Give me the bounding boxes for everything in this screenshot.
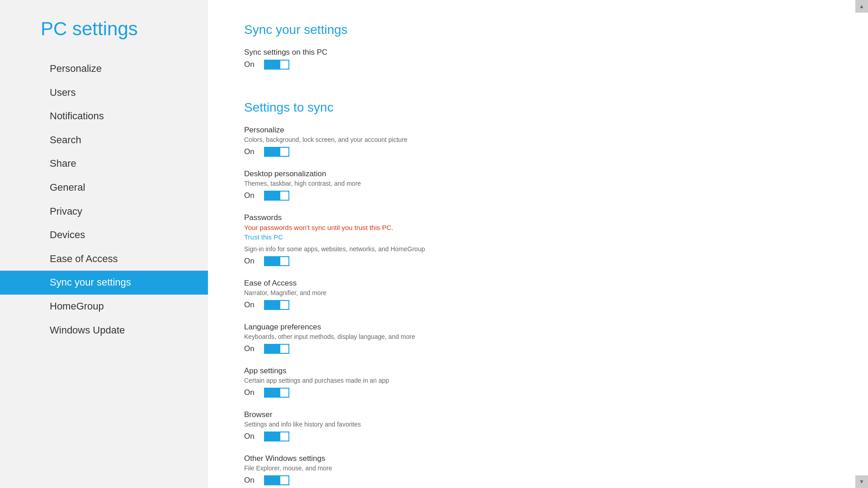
setting-state-browser: On — [244, 432, 258, 441]
nav-item-windows-update[interactable]: Windows Update — [41, 319, 208, 343]
setting-group-app-settings: App settingsCertain app settings and pur… — [244, 366, 832, 398]
setting-desc-ease-of-access: Narrator, Magnifier, and more — [244, 289, 832, 296]
setting-label-ease-of-access: Ease of Access — [244, 279, 832, 288]
setting-group-passwords: PasswordsYour passwords won't sync until… — [244, 213, 832, 266]
scrollbar-down-arrow[interactable]: ▼ — [855, 475, 868, 488]
setting-row-passwords: On — [244, 256, 832, 266]
signin-desc: Sign-in info for some apps, websites, ne… — [244, 245, 832, 253]
main-content: Sync your settings Sync settings on this… — [208, 0, 868, 488]
setting-desc-language-preferences: Keyboards, other input methods, display … — [244, 333, 832, 340]
setting-group-browser: BrowserSettings and info like history an… — [244, 410, 832, 441]
nav-item-notifications[interactable]: Notifications — [41, 104, 208, 128]
sync-on-pc-toggle[interactable] — [264, 60, 289, 70]
trust-link[interactable]: Trust this PC — [244, 233, 832, 241]
settings-to-sync-title: Settings to sync — [244, 100, 832, 115]
password-warn: Your passwords won't sync until you trus… — [244, 224, 832, 231]
toggle-browser[interactable] — [264, 432, 289, 441]
setting-state-other-windows-settings: On — [244, 476, 258, 485]
setting-group-personalize: PersonalizeColors, background, lock scre… — [244, 126, 832, 157]
setting-group-ease-of-access: Ease of AccessNarrator, Magnifier, and m… — [244, 279, 832, 310]
toggle-passwords[interactable] — [264, 256, 289, 266]
sync-on-pc-state: On — [244, 60, 258, 69]
setting-desc-browser: Settings and info like history and favor… — [244, 421, 832, 428]
setting-state-personalize: On — [244, 147, 258, 156]
setting-label-personalize: Personalize — [244, 126, 832, 135]
sync-settings-title: Sync your settings — [244, 23, 832, 37]
settings-list: PersonalizeColors, background, lock scre… — [244, 126, 832, 485]
app-title: PC settings — [41, 18, 208, 40]
setting-state-language-preferences: On — [244, 344, 258, 353]
setting-label-desktop-personalization: Desktop personalization — [244, 169, 832, 178]
toggle-language-preferences[interactable] — [264, 344, 289, 354]
setting-state-desktop-personalization: On — [244, 191, 258, 200]
setting-row-language-preferences: On — [244, 344, 832, 354]
toggle-ease-of-access[interactable] — [264, 300, 289, 310]
setting-row-browser: On — [244, 432, 832, 441]
toggle-app-settings[interactable] — [264, 388, 289, 398]
toggle-desktop-personalization[interactable] — [264, 191, 289, 201]
setting-state-ease-of-access: On — [244, 300, 258, 310]
setting-row-app-settings: On — [244, 388, 832, 398]
setting-desc-app-settings: Certain app settings and purchases made … — [244, 377, 832, 384]
setting-row-personalize: On — [244, 147, 832, 157]
sidebar: PC settings PersonalizeUsersNotification… — [0, 0, 208, 488]
toggle-track — [264, 60, 289, 70]
nav-item-general[interactable]: General — [41, 176, 208, 200]
setting-label-browser: Browser — [244, 410, 832, 419]
setting-desc-other-windows-settings: File Explorer, mouse, and more — [244, 465, 832, 472]
sync-on-pc-label: Sync settings on this PC — [244, 48, 832, 57]
setting-group-desktop-personalization: Desktop personalizationThemes, taskbar, … — [244, 169, 832, 201]
nav-item-privacy[interactable]: Privacy — [41, 200, 208, 224]
nav-list: PersonalizeUsersNotificationsSearchShare… — [41, 57, 208, 342]
setting-label-other-windows-settings: Other Windows settings — [244, 454, 832, 463]
setting-label-passwords: Passwords — [244, 213, 832, 222]
nav-item-personalize[interactable]: Personalize — [41, 57, 208, 81]
sync-on-pc-row: On — [244, 60, 832, 70]
nav-item-share[interactable]: Share — [41, 152, 208, 176]
nav-item-ease-of-access[interactable]: Ease of Access — [41, 247, 208, 271]
nav-item-devices[interactable]: Devices — [41, 223, 208, 247]
scrollbar-up-arrow[interactable]: ▲ — [855, 0, 868, 13]
nav-item-homegroup[interactable]: HomeGroup — [41, 295, 208, 319]
setting-desc-personalize: Colors, background, lock screen, and you… — [244, 136, 832, 143]
setting-state-passwords: On — [244, 257, 258, 266]
setting-group-language-preferences: Language preferencesKeyboards, other inp… — [244, 323, 832, 354]
setting-row-other-windows-settings: On — [244, 475, 832, 485]
setting-desc-desktop-personalization: Themes, taskbar, high contrast, and more — [244, 180, 832, 187]
setting-label-app-settings: App settings — [244, 366, 832, 375]
setting-group-other-windows-settings: Other Windows settingsFile Explorer, mou… — [244, 454, 832, 485]
toggle-other-windows-settings[interactable] — [264, 475, 289, 485]
setting-label-language-preferences: Language preferences — [244, 323, 832, 332]
setting-row-desktop-personalization: On — [244, 191, 832, 201]
setting-row-ease-of-access: On — [244, 300, 832, 310]
nav-item-sync-your-settings[interactable]: Sync your settings — [0, 271, 208, 295]
sync-on-pc-group: Sync settings on this PC On — [244, 48, 832, 70]
setting-state-app-settings: On — [244, 388, 258, 397]
toggle-personalize[interactable] — [264, 147, 289, 157]
nav-item-search[interactable]: Search — [41, 128, 208, 152]
toggle-thumb — [280, 61, 288, 69]
nav-item-users[interactable]: Users — [41, 81, 208, 105]
